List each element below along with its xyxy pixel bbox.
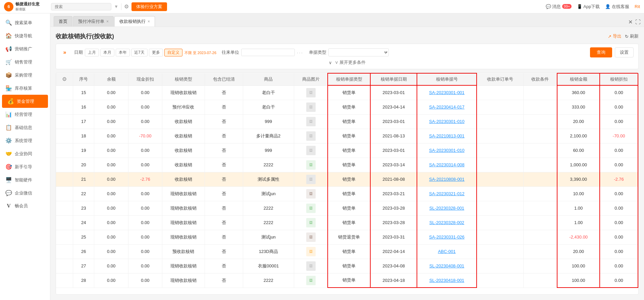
tab-home[interactable]: 首页: [54, 16, 72, 27]
expand-conditions-button[interactable]: ∨ ∨ 展开更多条件: [329, 59, 366, 66]
th-verify-bill-date: 核销单据日期: [370, 73, 417, 85]
tab-receipt-verify[interactable]: 收款核销执行 ×: [114, 16, 155, 27]
table-gear-button[interactable]: ⚙: [62, 76, 67, 82]
td-balance: 0.00: [94, 201, 128, 215]
td-verify-type: 现销收款核销: [162, 230, 205, 244]
sidebar-item-guide[interactable]: 🎯 新手引导: [0, 160, 50, 173]
th-include-settled: 包含已结清: [205, 73, 243, 85]
sidebar-item-enterprise[interactable]: 🤝 企业协同: [0, 147, 50, 160]
td-include-settled: 否: [205, 201, 243, 215]
td-verify-bill-no[interactable]: SL-20230418-001: [417, 273, 476, 288]
maximize-button[interactable]: ⛶: [635, 19, 641, 25]
message-badge: 99+: [562, 4, 572, 9]
td-seq: 25: [73, 230, 94, 244]
expand-icon: ∨: [329, 60, 332, 65]
guide-icon: 🎯: [5, 164, 12, 170]
app-download[interactable]: 📱 App下载: [577, 4, 600, 10]
sidebar-item-finance[interactable]: 💰 资金管理: [2, 95, 48, 108]
td-verify-bill-no[interactable]: SA-20230301-010: [417, 114, 476, 129]
td-verify-amount: 1,000.00: [557, 158, 600, 172]
td-verify-bill-no[interactable]: SA-20230314-008: [417, 158, 476, 172]
tab-prepay-close[interactable]: ×: [106, 19, 109, 24]
close-tab-button[interactable]: ✕: [628, 19, 633, 25]
sidebar-item-search[interactable]: 🔍 搜索菜单: [0, 16, 50, 29]
td-include-settled: 否: [205, 273, 243, 288]
td-verify-bill-no[interactable]: SA-20230321-012: [417, 186, 476, 201]
td-verify-discount: 0.00: [600, 215, 638, 230]
counterpart-input[interactable]: [241, 49, 295, 56]
purchase-icon: 📦: [5, 72, 12, 78]
sidebar-item-marketing[interactable]: 📢 营销推广: [0, 42, 50, 55]
table-footer: 40,556,66... 952.24: [56, 294, 638, 295]
th-verify-bill-type: 核销单据类型: [328, 73, 370, 85]
td-goods-img: 🖼: [294, 186, 328, 201]
td-gear: [56, 201, 73, 215]
table-scroll[interactable]: ⚙ 序号 余额 现金折扣 核销类型 包含已结清 商品 商品图片 核销单据类型: [56, 73, 638, 294]
logo-text: 畅捷通好生意: [15, 1, 40, 7]
table-body: 15 0.00 0.00 现销收款核销 否 老白干 🖼 销货单 2023-03-…: [56, 85, 638, 288]
filter-dots: ···: [297, 50, 304, 55]
online-service[interactable]: 👤 在线客服: [605, 4, 629, 10]
date-btn-this-month[interactable]: 本月: [100, 49, 114, 56]
tab-receipt-verify-close[interactable]: ×: [148, 19, 150, 24]
td-include-settled: 否: [205, 158, 243, 172]
td-verify-bill-no[interactable]: SA-20210813-001: [417, 129, 476, 143]
system-icon: ⚙️: [5, 137, 12, 144]
solution-button[interactable]: 体验行业方案: [131, 2, 167, 11]
td-verify-bill-no[interactable]: SL-20230408-001: [417, 259, 476, 273]
date-btn-last-month[interactable]: 上月: [85, 49, 99, 56]
date-btn-this-year[interactable]: 本年: [116, 49, 130, 56]
dropdown-trigger[interactable]: ▼: [114, 4, 118, 9]
sidebar-item-purchase[interactable]: 📦 采购管理: [0, 69, 50, 82]
date-btn-custom[interactable]: 自定义: [164, 49, 182, 56]
query-button[interactable]: 查询: [590, 47, 612, 57]
date-btn-7days[interactable]: 近7天: [131, 49, 148, 56]
voucher-type-select[interactable]: [328, 48, 389, 56]
td-include-settled: 否: [205, 114, 243, 129]
td-verify-bill-no[interactable]: SA-20230301-010: [417, 143, 476, 158]
td-cash-discount: 0.00: [128, 186, 162, 201]
top-bar-center: ▼ ⚙ 体验行业方案: [51, 2, 542, 11]
table-row: 28 0.00 0.00 现销收款核销 否 2222 🖼 销货单 2023-04…: [56, 273, 638, 288]
tab-prepay[interactable]: 预付冲应付单 ×: [73, 16, 114, 27]
td-receipt-order-no: [477, 259, 523, 273]
sidebar-item-sales[interactable]: 🛒 销售管理: [0, 55, 50, 69]
sidebar-item-inventory[interactable]: 🏪 库存核算: [0, 82, 50, 95]
td-verify-bill-date: 2021-08-13: [370, 129, 417, 143]
td-verify-bill-no[interactable]: ABC-001: [417, 244, 476, 259]
sidebar-item-business[interactable]: 📊 经营管理: [0, 108, 50, 121]
user-name[interactable]: Rit: [635, 4, 640, 9]
td-verify-bill-no[interactable]: SA-20230301-001: [417, 85, 476, 100]
td-verify-type: 现销收款核销: [162, 186, 205, 201]
sidebar-item-basic-info[interactable]: 📋 基础信息: [0, 121, 50, 134]
td-cash-discount: 0.00: [128, 158, 162, 172]
td-verify-bill-no[interactable]: SL-20230328-001: [417, 201, 476, 215]
date-btn-more[interactable]: 更多: [149, 49, 163, 56]
td-receipt-order-no: [477, 114, 523, 129]
td-verify-bill-no[interactable]: SA-20210808-001: [417, 172, 476, 186]
refresh-button[interactable]: ↻ 刷新: [625, 33, 639, 39]
table-row: 22 0.00 0.00 现销收款核销 否 测试jun 🖼 销货单 2023-0…: [56, 186, 638, 201]
filter-expand-button[interactable]: »: [61, 48, 69, 56]
export-button[interactable]: ↗ 导出: [608, 33, 622, 39]
td-verify-bill-no[interactable]: SA-20230414-017: [417, 100, 476, 114]
td-verify-discount: -70.00: [600, 129, 638, 143]
sidebar-item-wechat[interactable]: 💬 企业微信: [0, 186, 50, 200]
td-verify-discount: 0.00: [600, 259, 638, 273]
td-seq: 26: [73, 244, 94, 259]
message-icon[interactable]: 💬 消息 99+: [546, 4, 572, 10]
top-bar: 6 畅捷通好生意 标准版 ▼ ⚙ 体验行业方案 💬 消息 99+ 📱 App下载…: [0, 0, 644, 13]
td-receipt-condition: [523, 85, 557, 100]
td-verify-bill-no[interactable]: SL-20230328-002: [417, 215, 476, 230]
smart-hw-icon: 🖥️: [5, 177, 12, 183]
settings-button[interactable]: 设置: [615, 47, 634, 57]
td-verify-bill-no[interactable]: SA-20230331-026: [417, 230, 476, 244]
sidebar-item-system[interactable]: ⚙️ 系统管理: [0, 134, 50, 147]
search-input[interactable]: [51, 3, 111, 10]
td-verify-bill-type: 销货退货单: [328, 230, 370, 244]
gear-button[interactable]: ⚙: [124, 3, 129, 10]
sidebar-item-quick-nav[interactable]: 🏠 快捷导航: [0, 29, 50, 42]
sidebar-item-member[interactable]: V 畅会员: [0, 200, 50, 212]
td-verify-bill-type: 销货单: [328, 85, 370, 100]
sidebar-item-smart-hw[interactable]: 🖥️ 智能硬件: [0, 173, 50, 186]
